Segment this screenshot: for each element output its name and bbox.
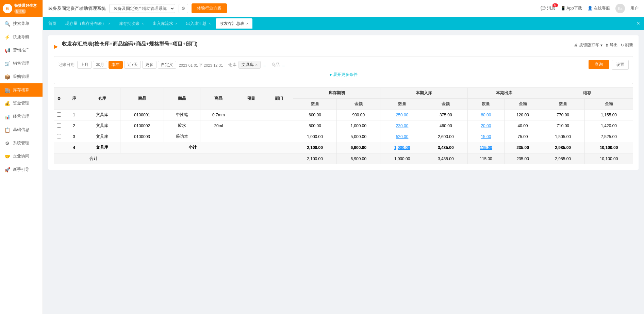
user-label[interactable]: 用户 <box>630 5 639 11</box>
col-goods: 商品 <box>164 88 200 110</box>
tab-close-inventory_dist[interactable]: × <box>108 21 110 26</box>
tab-label-home: 首页 <box>48 21 56 27</box>
date-btn-更多[interactable]: 更多 <box>142 61 156 69</box>
table-row: 2 文具库 0100002 胶水 20ml 500.00 1,000.00 23… <box>54 120 633 131</box>
total-qty-begin: 2,100.00 <box>293 153 336 164</box>
message-button[interactable]: 💬 消息 6 <box>541 5 555 11</box>
date-btn-本年[interactable]: 本年 <box>109 61 123 69</box>
row-checkbox[interactable] <box>54 120 64 131</box>
row-project <box>237 110 265 120</box>
tab-receive_summary[interactable]: 收发存汇总表× <box>216 18 252 29</box>
row-no: 2 <box>64 120 84 131</box>
query-button[interactable]: 查询 <box>589 60 609 69</box>
date-label: 记账日期 <box>58 62 75 68</box>
col-amt-out: 金额 <box>504 99 541 110</box>
sidebar-item-system[interactable]: ⚙系统管理 <box>0 136 43 150</box>
tab-batch[interactable]: 库存批次账× <box>115 18 148 29</box>
date-btn-近7天[interactable]: 近7天 <box>124 61 141 69</box>
row-qty-in[interactable]: 520.00 <box>380 131 424 142</box>
col-no: 序 <box>64 88 84 110</box>
user-menu[interactable]: Ea <box>615 4 625 13</box>
subtotal-amt-in: 3,435.00 <box>424 142 467 153</box>
row-amt-out: 75.00 <box>504 131 541 142</box>
collapse-arrow[interactable]: ▶ <box>54 43 58 50</box>
online-service-link[interactable]: 👤 在线客服 <box>588 5 610 11</box>
total-label <box>54 153 84 164</box>
sidebar-item-inventory[interactable]: 🏬库存核算 <box>0 83 43 97</box>
sidebar-item-basic[interactable]: 📋基础信息 <box>0 123 43 136</box>
refresh-button[interactable]: ↻ 刷新 <box>621 42 633 48</box>
tab-label-inventory_dist: 现存量（库存分布表） <box>65 21 106 27</box>
sidebar-item-quick[interactable]: ⚡快捷导航 <box>0 30 43 44</box>
row-amt-begin: 1,000.00 <box>337 120 380 131</box>
sidebar-item-newbie[interactable]: 🚀新手引导 <box>0 163 43 176</box>
tab-bar-close-all[interactable]: × <box>634 20 643 27</box>
sidebar-item-purchase[interactable]: 📦采购管理 <box>0 70 43 83</box>
subtotal-no: 4 <box>64 142 84 153</box>
row-amt-in: 375.00 <box>424 110 467 120</box>
row-qty-in[interactable]: 250.00 <box>380 110 424 120</box>
sidebar-item-enterprise[interactable]: 🤝企业协同 <box>0 150 43 163</box>
sidebar-item-finance[interactable]: 💰资金管理 <box>0 97 43 110</box>
col-warehouse: 仓库 <box>84 88 120 110</box>
subtotal-qty-end: 2,985.00 <box>541 142 585 153</box>
app-download-link[interactable]: 📱 App下载 <box>561 5 582 11</box>
row-code: 0100003 <box>120 131 164 142</box>
tab-inventory_dist[interactable]: 现存量（库存分布表）× <box>61 18 114 29</box>
tab-close-inout_summary[interactable]: × <box>209 21 211 26</box>
system-select[interactable]: 装备及固定资产辅助管理系统 <box>109 4 175 13</box>
row-qty-out[interactable]: 15.00 <box>467 131 504 142</box>
row-checkbox[interactable] <box>54 110 64 120</box>
logo-text: 畅捷通好生意 标准版 <box>14 3 37 14</box>
row-amt-out: 120.00 <box>504 110 541 120</box>
tab-inout_flow[interactable]: 出入库流水× <box>149 18 181 29</box>
sidebar-logo: 6 畅捷通好生意 标准版 <box>0 0 43 17</box>
sidebar-item-business[interactable]: 📊经营管理 <box>0 110 43 123</box>
sidebar-label-marketing: 营销推广 <box>13 47 29 53</box>
row-qty-out[interactable]: 20.00 <box>467 120 504 131</box>
warehouse-more-btn[interactable]: ... <box>263 63 266 67</box>
sidebar-item-search[interactable]: 🔍搜索菜单 <box>0 17 43 30</box>
sidebar-item-marketing[interactable]: 📢营销推广 <box>0 44 43 57</box>
settings-icon-button[interactable]: ⚙ <box>179 4 188 13</box>
col-code: 商品 <box>120 88 164 110</box>
sidebar-item-sales[interactable]: 🛒销售管理 <box>0 57 43 70</box>
tab-close-receive_summary[interactable]: × <box>246 21 248 26</box>
sidebar-icon-basic: 📋 <box>4 127 10 133</box>
col-amt-end: 金额 <box>585 99 633 110</box>
tab-home[interactable]: 首页 <box>44 18 61 29</box>
warehouse-tag-remove[interactable]: × <box>255 63 258 67</box>
filter-setting-button[interactable]: 设置 <box>612 60 629 70</box>
tab-bar: 首页现存量（库存分布表）×库存批次账×出入库流水×出入库汇总×收发存汇总表×× <box>43 17 644 30</box>
row-code: 0100002 <box>120 120 164 131</box>
date-buttons: 上月本月本年近7天更多自定义 <box>77 61 176 69</box>
sidebar-icon-inventory: 🏬 <box>4 87 10 93</box>
subtotal-amt-end: 10,100.00 <box>585 142 633 153</box>
row-qty-in[interactable]: 230.00 <box>380 120 424 131</box>
expand-more-button[interactable]: ▾ 展开更多条件 <box>330 72 358 78</box>
print-button[interactable]: 🖨 拨镖版打印 ▾ <box>574 42 602 48</box>
table-row: 1 文具库 0100001 中性笔 0.7mm 600.00 900.00 25… <box>54 110 633 120</box>
date-btn-上月[interactable]: 上月 <box>77 61 92 69</box>
date-btn-本月[interactable]: 本月 <box>93 61 107 69</box>
top-header: 装备及固定资产辅助管理系统 装备及固定资产辅助管理系统 ⚙ 体验行业方案 💬 消… <box>43 0 644 17</box>
date-filter-row: 记账日期 上月本月本年近7天更多自定义 2023-01-01 至 2023-12… <box>58 61 223 69</box>
row-amt-begin: 900.00 <box>337 110 380 120</box>
row-goods: 中性笔 <box>164 110 200 120</box>
tab-inout_summary[interactable]: 出入库汇总× <box>182 18 215 29</box>
goods-more-btn[interactable]: ... <box>282 63 285 67</box>
main-card: ▶ 收发存汇总表(按仓库+商品编码+商品+规格型号+项目+部门) 🖨 拨镖版打印… <box>48 35 639 170</box>
table-settings-col[interactable]: ⚙ <box>54 88 64 110</box>
tab-label-inout_summary: 出入库汇总 <box>186 21 207 27</box>
date-btn-自定义[interactable]: 自定义 <box>158 61 176 69</box>
experience-button[interactable]: 体验行业方案 <box>192 3 227 13</box>
print-icon: 🖨 <box>574 43 578 48</box>
row-qty-out[interactable]: 80.00 <box>467 110 504 120</box>
tab-close-inout_flow[interactable]: × <box>175 21 177 26</box>
row-qty-end: 770.00 <box>541 110 585 120</box>
sidebar-label-purchase: 采购管理 <box>13 74 29 80</box>
row-checkbox[interactable] <box>54 131 64 142</box>
sidebar-icon-marketing: 📢 <box>4 48 10 53</box>
tab-close-batch[interactable]: × <box>142 21 144 26</box>
export-button[interactable]: ⬆ 导出 <box>605 42 618 48</box>
